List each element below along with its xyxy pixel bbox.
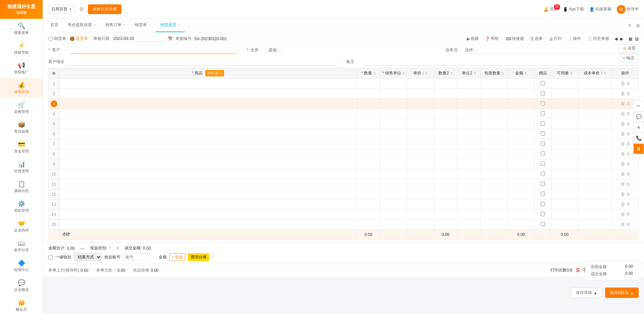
sales-unit-cell[interactable]	[380, 209, 407, 219]
action-operate[interactable]: ⋮ 操作	[568, 36, 581, 42]
amount-cell[interactable]	[508, 139, 535, 149]
date-input[interactable]	[112, 36, 165, 42]
add-row-btn[interactable]: +	[51, 101, 57, 107]
price-cell[interactable]	[407, 89, 434, 99]
sidebar-item-finance[interactable]: 💳 资金管理	[0, 137, 43, 157]
save-new-btn[interactable]: 保存&新增 ▲	[605, 288, 639, 298]
cost-cell[interactable]	[578, 159, 612, 169]
delete-row-icon[interactable]: 🗑	[621, 191, 625, 197]
sales-unit-cell[interactable]	[380, 79, 407, 89]
sort-icon-8[interactable]: ⇅	[570, 71, 573, 75]
available-cell[interactable]	[551, 189, 578, 199]
product-input[interactable]	[61, 101, 355, 106]
tab-return[interactable]: 销货退货 ×	[156, 19, 185, 32]
cost-cell[interactable]	[578, 139, 612, 149]
sidebar-item-wechat[interactable]: 💬 企业微信	[0, 276, 43, 296]
pack-cell[interactable]	[481, 169, 508, 179]
gift-checkbox[interactable]	[541, 91, 545, 96]
qty2-cell[interactable]	[434, 149, 458, 159]
delete-row-icon[interactable]: 🗑	[621, 222, 625, 227]
pack-cell[interactable]	[481, 189, 508, 199]
amount-cell[interactable]	[508, 209, 535, 219]
delete-row-icon[interactable]: 🗑	[621, 141, 625, 147]
pack-cell[interactable]	[481, 199, 508, 209]
qty2-cell[interactable]	[434, 89, 458, 99]
app-download-btn[interactable]: 📱 App下载	[563, 6, 584, 12]
action-help[interactable]: ❓ 帮助	[485, 36, 499, 42]
maximize-icon[interactable]: ⊞	[635, 22, 641, 29]
delete-row-icon[interactable]: 🗑	[621, 151, 625, 157]
delete-row-icon[interactable]: 🗑	[621, 131, 625, 137]
copy-row-icon[interactable]: ⧉	[627, 141, 630, 147]
right-star-icon[interactable]: ★	[633, 122, 644, 133]
product-cell[interactable]	[59, 209, 357, 219]
cost-cell[interactable]	[578, 109, 612, 119]
qty2-cell[interactable]	[434, 139, 458, 149]
sales-unit-cell[interactable]	[380, 149, 407, 159]
unit2-cell[interactable]	[458, 219, 481, 230]
gift-cell[interactable]	[535, 99, 551, 109]
product-cell[interactable]	[59, 179, 357, 189]
customer-dots[interactable]: ···	[238, 48, 241, 53]
unit2-cell[interactable]	[458, 129, 481, 139]
amount-cell[interactable]	[508, 119, 535, 129]
gift-checkbox[interactable]	[541, 202, 545, 206]
gift-checkbox[interactable]	[541, 192, 545, 196]
amount-cell[interactable]	[508, 169, 535, 179]
sort-icon-9[interactable]: ⇅	[603, 71, 606, 75]
settlement-select[interactable]: 结算方式	[74, 253, 102, 261]
sales-unit-cell[interactable]	[380, 219, 407, 230]
amount-cell[interactable]	[508, 79, 535, 89]
customer-input[interactable]	[70, 46, 237, 54]
arrow-right-icon[interactable]: ▶	[620, 37, 623, 41]
price-cell[interactable]	[407, 169, 434, 179]
available-cell[interactable]	[551, 159, 578, 169]
copy-row-icon[interactable]: ⧉	[627, 91, 630, 97]
quantity-cell[interactable]	[357, 149, 380, 159]
gift-checkbox[interactable]	[541, 172, 545, 176]
tab-home[interactable]: 首页	[46, 19, 63, 32]
logistics-btn[interactable]: + 物流	[620, 54, 639, 62]
action-history[interactable]: 📄 历史单据	[587, 36, 609, 42]
cost-cell[interactable]	[578, 79, 612, 89]
gift-cell[interactable]	[535, 179, 551, 189]
sales-unit-cell[interactable]	[380, 129, 407, 139]
price-cell[interactable]	[407, 149, 434, 159]
price-cell[interactable]	[407, 129, 434, 139]
scan-btn[interactable]: 扫码录入	[205, 70, 224, 76]
copy-row-icon[interactable]: ⧉	[627, 151, 630, 157]
tab-order[interactable]: 销售订单 ×	[101, 19, 130, 32]
gift-cell[interactable]	[535, 219, 551, 230]
product-cell[interactable]	[59, 109, 357, 119]
amount-cell[interactable]	[508, 109, 535, 119]
gift-cell[interactable]	[535, 79, 551, 89]
sort-icon-7[interactable]: ⇅	[524, 71, 527, 75]
available-cell[interactable]	[551, 89, 578, 99]
available-cell[interactable]	[551, 219, 578, 230]
sales-unit-cell[interactable]	[380, 169, 407, 179]
price-cell[interactable]	[407, 179, 434, 189]
right-chat-icon[interactable]: 💬	[633, 111, 644, 122]
unit2-cell[interactable]	[458, 199, 481, 209]
warehouse-dots[interactable]: ···	[279, 48, 283, 53]
action-video[interactable]: ▶ 视频	[467, 36, 479, 42]
copy-row-icon[interactable]: ⧉	[627, 111, 630, 117]
amount-cell[interactable]	[508, 179, 535, 189]
quantity-cell[interactable]	[357, 159, 380, 169]
user-avatar[interactable]: 徐 徐泽华	[617, 5, 639, 14]
price-cell[interactable]	[407, 139, 434, 149]
delete-row-icon[interactable]: 🗑	[621, 201, 625, 207]
online-service-btn[interactable]: 👤 在线客服	[589, 6, 611, 12]
right-phone-icon[interactable]: 📞	[633, 133, 644, 143]
price-cell[interactable]	[407, 79, 434, 89]
cost-cell[interactable]	[578, 89, 612, 99]
quantity-cell[interactable]	[357, 219, 380, 230]
tab-return-close[interactable]: ×	[178, 23, 180, 27]
cost-cell[interactable]	[578, 189, 612, 199]
address-dots[interactable]: ···	[337, 60, 341, 64]
gift-cell[interactable]	[535, 89, 551, 99]
gift-cell[interactable]	[535, 149, 551, 159]
gift-cell[interactable]	[535, 169, 551, 179]
qty2-cell[interactable]	[434, 129, 458, 139]
amount-cell[interactable]	[508, 189, 535, 199]
